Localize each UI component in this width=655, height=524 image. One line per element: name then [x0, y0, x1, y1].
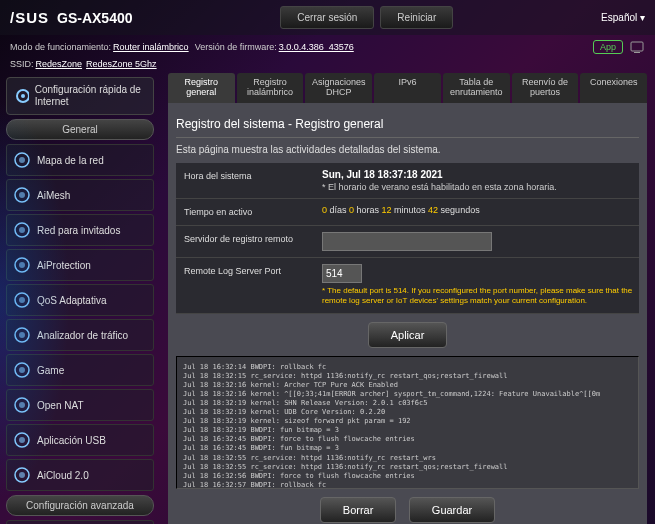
panel-desc: Esta página muestra las actividades deta… [176, 144, 639, 155]
tab-1[interactable]: Registro inalámbrico [237, 73, 304, 103]
nav-aiprotection[interactable]: AiProtection [6, 249, 154, 281]
logout-button[interactable]: Cerrar sesión [280, 6, 374, 29]
svg-point-19 [19, 402, 25, 408]
ssid2-link[interactable]: RedesZone 5Ghz [86, 59, 157, 69]
nav-analizador-de-tráfico[interactable]: Analizador de tráfico [6, 319, 154, 351]
mode-label: Modo de funcionamiento: [10, 42, 111, 52]
tab-3[interactable]: IPv6 [374, 73, 441, 103]
language-selector[interactable]: Español [601, 12, 645, 23]
svg-rect-1 [634, 52, 640, 53]
time-note: * El horario de verano está habilitado e… [322, 182, 633, 192]
mode-link[interactable]: Router inalámbrico [113, 42, 189, 52]
svg-point-3 [21, 94, 25, 98]
device-icon[interactable] [629, 39, 645, 55]
quick-label: Configuración rápida de Internet [35, 84, 147, 108]
gear-icon [13, 86, 29, 106]
apply-button[interactable]: Aplicar [368, 322, 448, 348]
remote-input[interactable] [322, 232, 492, 251]
reboot-button[interactable]: Reiniciar [380, 6, 453, 29]
quick-setup[interactable]: Configuración rápida de Internet [6, 77, 154, 115]
fw-link[interactable]: 3.0.0.4.386_43576 [279, 42, 354, 52]
tab-2[interactable]: Asignaciones DHCP [305, 73, 372, 103]
svg-point-21 [19, 437, 25, 443]
svg-point-9 [19, 227, 25, 233]
nav-aplicación-usb[interactable]: Aplicación USB [6, 424, 154, 456]
port-input[interactable] [322, 264, 362, 283]
tab-0[interactable]: Registro general [168, 73, 235, 103]
svg-point-23 [19, 472, 25, 478]
svg-point-15 [19, 332, 25, 338]
advanced-header: Configuración avanzada [6, 495, 154, 516]
model-name: GS-AX5400 [57, 10, 132, 26]
svg-point-11 [19, 262, 25, 268]
brand-logo: /SUS [10, 9, 49, 26]
uptime-label: Tiempo en activo [176, 199, 316, 225]
ssid-label: SSID: [10, 59, 34, 69]
svg-point-5 [19, 157, 25, 163]
sidebar: Configuración rápida de Internet General… [0, 73, 160, 524]
nav-inalámbrico[interactable]: Inalámbrico [6, 520, 154, 524]
remote-label: Servidor de registro remoto [176, 226, 316, 257]
time-label: Hora del sistema [176, 163, 316, 198]
uptime-value: 0 días 0 horas 12 minutos 42 segundos [316, 199, 639, 225]
general-header: General [6, 119, 154, 140]
nav-aimesh[interactable]: AiMesh [6, 179, 154, 211]
port-warn: * The default port is 514. If you reconf… [322, 286, 633, 307]
nav-mapa-de-la-red[interactable]: Mapa de la red [6, 144, 154, 176]
fw-label: Versión de firmware: [195, 42, 277, 52]
time-value: Sun, Jul 18 18:37:18 2021 [322, 169, 443, 180]
nav-red-para-invitados[interactable]: Red para invitados [6, 214, 154, 246]
nav-aicloud-2.0[interactable]: AiCloud 2.0 [6, 459, 154, 491]
save-button[interactable]: Guardar [409, 497, 495, 523]
svg-point-7 [19, 192, 25, 198]
tab-6[interactable]: Conexiones [580, 73, 647, 103]
svg-rect-0 [631, 42, 643, 51]
port-label: Remote Log Server Port [176, 258, 316, 313]
clear-button[interactable]: Borrar [320, 497, 397, 523]
nav-game[interactable]: Game [6, 354, 154, 386]
log-output[interactable]: Jul 18 16:32:14 BWDPI: rollback fc Jul 1… [176, 356, 639, 489]
nav-qos-adaptativa[interactable]: QoS Adaptativa [6, 284, 154, 316]
tab-4[interactable]: Tabla de enrutamiento [443, 73, 510, 103]
nav-open-nat[interactable]: Open NAT [6, 389, 154, 421]
svg-point-13 [19, 297, 25, 303]
ssid1-link[interactable]: RedesZone [36, 59, 83, 69]
tab-5[interactable]: Reenvío de puertos [512, 73, 579, 103]
panel-title: Registro del sistema - Registro general [176, 111, 639, 138]
app-badge[interactable]: App [593, 40, 623, 54]
svg-point-17 [19, 367, 25, 373]
